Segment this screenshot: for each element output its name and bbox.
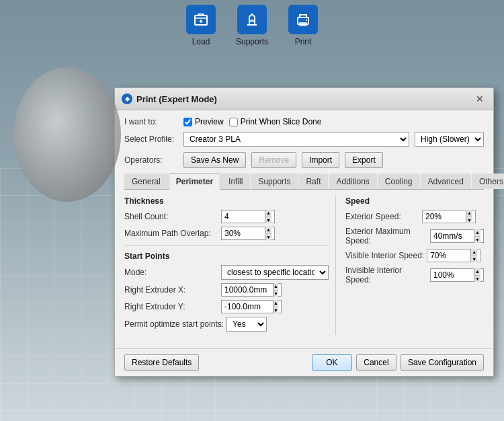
select-profile-label: Select Profile: <box>124 135 178 144</box>
svg-rect-1 <box>250 20 254 22</box>
tab-general[interactable]: General <box>124 174 168 189</box>
right-extruder-x-up[interactable]: ▲ <box>273 283 278 291</box>
preview-checkbox-item[interactable]: Preview <box>183 117 224 126</box>
i-want-to-row: I want to: Preview Print When Slice Done <box>124 117 484 126</box>
start-points-section-header: Start Points <box>124 252 329 261</box>
right-extruder-y-input[interactable] <box>224 302 273 311</box>
exterior-speed-spinbox[interactable]: ▲ ▼ <box>422 210 476 223</box>
tab-advanced[interactable]: Advanced <box>421 174 471 189</box>
visible-interior-speed-spinbox[interactable]: ▲ ▼ <box>427 249 480 262</box>
shell-count-up[interactable]: ▲ <box>265 210 271 217</box>
toolbar-item-supports[interactable]: Supports <box>236 5 268 46</box>
invisible-interior-speed-label: Invisible Interior Speed: <box>345 266 427 284</box>
exterior-speed-arrows: ▲ ▼ <box>466 210 472 223</box>
visible-interior-speed-input[interactable] <box>430 251 470 260</box>
exterior-max-speed-label: Exterior Maximum Speed: <box>345 227 427 245</box>
thickness-section-header: Thickness <box>124 196 329 206</box>
shell-count-spinbox[interactable]: ▲ ▼ <box>221 210 275 223</box>
restore-defaults-button[interactable]: Restore Defaults <box>124 354 199 371</box>
i-want-to-label: I want to: <box>124 117 178 126</box>
cancel-button[interactable]: Cancel <box>356 354 396 371</box>
tab-content-perimeter: Thickness Shell Count: ▲ ▼ Maximum Path … <box>124 190 484 342</box>
max-path-overlap-arrows: ▲ ▼ <box>265 227 271 240</box>
exterior-speed-down[interactable]: ▼ <box>466 217 472 224</box>
shell-count-label: Shell Count: <box>124 212 218 221</box>
exterior-speed-label: Exterior Speed: <box>345 212 419 221</box>
visible-interior-speed-label: Visible Interior Speed: <box>345 251 424 260</box>
right-extruder-x-spinbox[interactable]: ▲ ▼ <box>221 283 282 297</box>
exterior-max-speed-spinbox[interactable]: ▲ ▼ <box>430 229 484 243</box>
invisible-interior-speed-spinbox[interactable]: ▲ ▼ <box>430 268 484 282</box>
remove-button[interactable]: Remove <box>251 152 296 168</box>
preview-label: Preview <box>195 117 224 126</box>
toolbar-item-load[interactable]: Load <box>186 5 216 46</box>
print-when-done-checkbox[interactable] <box>229 118 238 126</box>
dialog-close-button[interactable]: ✕ <box>473 92 487 106</box>
select-profile-row: Select Profile: Creator 3 PLA High (Slow… <box>124 132 484 147</box>
right-extruder-x-arrows: ▲ ▼ <box>273 283 278 297</box>
invisible-interior-speed-input[interactable] <box>433 270 474 280</box>
save-as-new-button[interactable]: Save As New <box>183 152 246 168</box>
dialog-title: ◆ Print (Expert Mode) <box>122 93 217 104</box>
permit-optimize-select[interactable]: Yes <box>226 317 267 332</box>
mode-select[interactable]: closest to specific location <box>221 265 329 280</box>
exterior-speed-input[interactable] <box>425 212 466 221</box>
tab-others[interactable]: Others <box>472 174 504 189</box>
perimeter-left-panel: Thickness Shell Count: ▲ ▼ Maximum Path … <box>124 196 336 335</box>
tabs-bar: General Perimeter Infill Supports Raft A… <box>124 174 484 190</box>
exterior-max-speed-row: Exterior Maximum Speed: ▲ ▼ <box>345 227 484 245</box>
shell-count-down[interactable]: ▼ <box>265 217 271 224</box>
operators-label: Operators: <box>124 155 178 165</box>
preview-checkbox[interactable] <box>183 118 192 126</box>
right-extruder-y-spinbox[interactable]: ▲ ▼ <box>221 300 282 313</box>
right-extruder-y-up[interactable]: ▲ <box>273 300 278 307</box>
separator-1 <box>124 245 329 246</box>
dialog-titlebar: ◆ Print (Expert Mode) ✕ <box>115 88 493 110</box>
save-configuration-button[interactable]: Save Configuration <box>401 354 484 371</box>
exterior-max-speed-up[interactable]: ▲ <box>474 229 480 237</box>
right-extruder-y-label: Right Extruder Y: <box>124 302 218 311</box>
toolbar-item-print[interactable]: Print <box>288 5 318 46</box>
permit-optimize-label: Permit optimize start points: <box>124 319 224 329</box>
right-extruder-y-down[interactable]: ▼ <box>273 307 278 314</box>
quality-select[interactable]: High (Slower) <box>415 132 484 147</box>
right-extruder-x-input[interactable] <box>224 285 273 295</box>
operators-row: Operators: Save As New Remove Import Exp… <box>124 152 484 168</box>
bottom-left: Restore Defaults <box>124 354 199 371</box>
shell-count-input[interactable] <box>224 212 265 221</box>
visible-interior-speed-up[interactable]: ▲ <box>470 249 477 256</box>
tab-additions[interactable]: Additions <box>329 174 376 189</box>
right-extruder-y-arrows: ▲ ▼ <box>273 300 278 313</box>
dialog-title-icon: ◆ <box>122 93 132 104</box>
max-path-overlap-input[interactable] <box>224 229 265 238</box>
tab-cooling[interactable]: Cooling <box>378 174 420 189</box>
tab-infill[interactable]: Infill <box>221 174 250 189</box>
import-button[interactable]: Import <box>302 152 339 168</box>
max-path-overlap-up[interactable]: ▲ <box>265 227 271 234</box>
svg-point-3 <box>306 20 307 21</box>
toolbar: Load Supports Print <box>0 0 504 51</box>
profile-select[interactable]: Creator 3 PLA <box>183 132 409 147</box>
visible-interior-speed-down[interactable]: ▼ <box>470 256 477 263</box>
max-path-overlap-down[interactable]: ▼ <box>265 234 271 241</box>
exterior-speed-up[interactable]: ▲ <box>466 210 472 217</box>
supports-label: Supports <box>236 37 268 46</box>
tab-perimeter[interactable]: Perimeter <box>169 174 220 190</box>
dialog-bottom-bar: Restore Defaults OK Cancel Save Configur… <box>115 348 493 376</box>
export-button[interactable]: Export <box>345 152 383 168</box>
tab-raft[interactable]: Raft <box>298 174 328 189</box>
right-extruder-y-row: Right Extruder Y: ▲ ▼ <box>124 300 329 313</box>
invisible-interior-speed-down[interactable]: ▼ <box>474 276 480 282</box>
permit-optimize-row: Permit optimize start points: Yes <box>124 317 329 332</box>
tab-supports[interactable]: Supports <box>251 174 298 189</box>
load-label: Load <box>192 37 210 46</box>
exterior-max-speed-input[interactable] <box>433 231 474 241</box>
mode-label: Mode: <box>124 268 218 277</box>
print-when-done-checkbox-item[interactable]: Print When Slice Done <box>229 117 322 126</box>
max-path-overlap-spinbox[interactable]: ▲ ▼ <box>221 227 275 240</box>
right-extruder-x-down[interactable]: ▼ <box>273 291 278 297</box>
exterior-max-speed-down[interactable]: ▼ <box>474 237 480 243</box>
ok-button[interactable]: OK <box>312 354 352 371</box>
shell-count-arrows: ▲ ▼ <box>265 210 271 223</box>
invisible-interior-speed-up[interactable]: ▲ <box>474 268 480 276</box>
